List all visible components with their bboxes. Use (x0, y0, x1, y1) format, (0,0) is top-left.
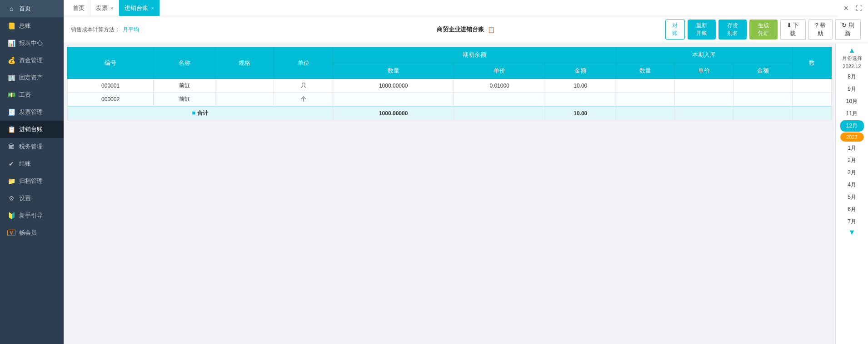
sidebar-item-purchase-sales[interactable]: 📋 进销台账 (0, 121, 64, 138)
col-in-price: 单价 (675, 63, 733, 79)
total-trailing (792, 106, 831, 120)
month-panel-title: 月份选择 (842, 55, 862, 62)
toolbar-center: 商贸企业进销台账 📋 (270, 25, 662, 34)
col-opening-balance: 期初余额 (333, 47, 616, 63)
col-period-in: 本期入库 (616, 47, 792, 63)
cell-in-qty (616, 93, 674, 107)
col-id: 编号 (68, 47, 154, 79)
month-item-10[interactable]: 10月 (840, 96, 864, 107)
data-table: 编号 名称 规格 单位 期初余额 本期入库 数 数量 单价 金额 数量 单价 (67, 47, 832, 120)
tab-invoice[interactable]: 发票 × (90, 0, 119, 16)
month-item-6[interactable]: 6月 (840, 204, 864, 215)
cell-id: 000002 (68, 93, 154, 107)
total-opening-price (454, 106, 545, 120)
funds-icon: 💰 (7, 57, 15, 64)
sidebar-item-home[interactable]: ⌂ 首页 (0, 0, 64, 17)
maximize-button[interactable]: ⛶ (853, 3, 864, 14)
save-alias-button[interactable]: 存货别名 (718, 20, 747, 39)
tab-bar: 首页 发票 × 进销台账 × (64, 0, 868, 16)
tab-purchase-sales-close[interactable]: × (151, 5, 154, 11)
month-item-3[interactable]: 3月 (840, 167, 864, 178)
cell-id: 000001 (68, 79, 154, 93)
reconcile-button[interactable]: 对账 (665, 20, 685, 39)
month-selector-panel: ▲ 月份选择 2022.12 8月 9月 10月 11月 12月 2023 1月… (835, 43, 868, 344)
cost-method-value: 月平均 (123, 26, 139, 34)
sidebar-item-label: 总账 (19, 22, 31, 30)
month-item-4[interactable]: 4月 (840, 179, 864, 191)
month-item-8[interactable]: 8月 (840, 71, 864, 83)
sidebar-item-archive[interactable]: 📁 归档管理 (0, 172, 64, 190)
sidebar-item-label: 固定资产 (19, 74, 43, 82)
invoice-mgmt-icon: 🧾 (7, 108, 15, 116)
cell-spec (215, 93, 274, 107)
col-in-qty: 数量 (616, 63, 674, 79)
sidebar-item-label: 设置 (19, 194, 31, 202)
tab-home[interactable]: 首页 (67, 0, 90, 16)
refresh-label: 刷新 (845, 22, 854, 37)
month-nav-down[interactable]: ▼ (848, 228, 857, 237)
tab-purchase-sales-label: 进销台账 (125, 4, 148, 12)
total-row: ■合计 1000.00000 10.00 (68, 106, 832, 120)
sidebar-item-label: 发票管理 (19, 108, 43, 116)
toolbar: 销售成本计算方法： 月平均 商贸企业进销台账 📋 对账 重新开账 存货别名 生成… (64, 16, 868, 43)
month-item-1[interactable]: 1月 (840, 143, 864, 154)
sidebar: ⌂ 首页 📒 总账 📊 报表中心 💰 资金管理 🏢 固定资产 💵 工资 🧾 发票… (0, 0, 64, 344)
title-icon: 📋 (488, 26, 495, 33)
sidebar-item-member[interactable]: V 畅会员 (0, 224, 64, 241)
cell-name: 前缸 (154, 79, 215, 93)
sidebar-item-settings[interactable]: ⚙ 设置 (0, 190, 64, 207)
col-spec: 规格 (215, 47, 274, 79)
help-button[interactable]: ? 帮助 (808, 19, 833, 40)
main-area: ✕ ⛶ 首页 发票 × 进销台账 × 销售成本计算方法： 月平均 商贸企业进销台… (64, 0, 868, 344)
download-button[interactable]: ⬇ 下载 (780, 19, 806, 40)
sidebar-item-invoice-mgmt[interactable]: 🧾 发票管理 (0, 103, 64, 121)
cell-trailing (792, 79, 831, 93)
month-item-11[interactable]: 11月 (840, 108, 864, 119)
purchase-sales-icon: 📋 (7, 126, 15, 133)
cell-opening-amount (545, 93, 616, 107)
sidebar-item-label: 资金管理 (19, 56, 43, 64)
window-controls: ✕ ⛶ (837, 0, 868, 16)
sidebar-item-label: 新手引导 (19, 211, 43, 220)
month-item-7[interactable]: 7月 (840, 216, 864, 227)
assets-icon: 🏢 (7, 74, 15, 81)
month-item-5[interactable]: 5月 (840, 192, 864, 203)
table-row: 000002 前缸 个 (68, 93, 832, 107)
toolbar-right: 对账 重新开账 存货别名 生成凭证 ⬇ 下载 ? 帮助 ↻ 刷新 (665, 19, 861, 40)
col-in-amount: 金额 (733, 63, 792, 79)
sidebar-item-assets[interactable]: 🏢 固定资产 (0, 69, 64, 86)
sidebar-item-reports[interactable]: 📊 报表中心 (0, 34, 64, 52)
guide-icon: 🔰 (7, 212, 15, 219)
total-in-price (675, 106, 733, 120)
salary-icon: 💵 (7, 91, 15, 98)
tab-invoice-close[interactable]: × (110, 5, 113, 11)
sidebar-item-funds[interactable]: 💰 资金管理 (0, 52, 64, 69)
month-item-12[interactable]: 12月 (840, 120, 864, 132)
total-in-amount (733, 106, 792, 120)
month-nav-up[interactable]: ▲ (848, 46, 857, 55)
close-button[interactable]: ✕ (841, 3, 852, 14)
sidebar-item-label: 税务管理 (19, 143, 43, 151)
sidebar-item-tax[interactable]: 🏛 税务管理 (0, 138, 64, 155)
sidebar-item-label: 归档管理 (19, 177, 43, 185)
table-header-row1: 编号 名称 规格 单位 期初余额 本期入库 数 (68, 47, 832, 63)
cell-trailing (792, 93, 831, 107)
toolbar-left: 销售成本计算方法： 月平均 (71, 26, 267, 34)
month-item-9[interactable]: 9月 (840, 84, 864, 95)
refresh-button[interactable]: ↻ 刷新 (835, 19, 861, 40)
closing-icon: ✔ (7, 160, 15, 167)
sidebar-item-ledger[interactable]: 📒 总账 (0, 17, 64, 34)
reopen-button[interactable]: 重新开账 (688, 20, 716, 39)
month-item-2[interactable]: 2月 (840, 155, 864, 166)
month-panel-year-2022: 2022.12 (843, 64, 861, 69)
cell-name: 前缸 (154, 93, 215, 107)
sidebar-item-closing[interactable]: ✔ 结账 (0, 155, 64, 172)
year-2023-badge: 2023 (840, 133, 864, 142)
tab-purchase-sales[interactable]: 进销台账 × (119, 0, 160, 16)
download-icon: ⬇ (787, 22, 792, 29)
cell-unit: 个 (274, 93, 333, 107)
generate-button[interactable]: 生成凭证 (749, 20, 778, 39)
sidebar-item-guide[interactable]: 🔰 新手引导 (0, 207, 64, 224)
sidebar-item-salary[interactable]: 💵 工资 (0, 86, 64, 103)
content-area: 编号 名称 规格 单位 期初余额 本期入库 数 数量 单价 金额 数量 单价 (64, 43, 868, 344)
